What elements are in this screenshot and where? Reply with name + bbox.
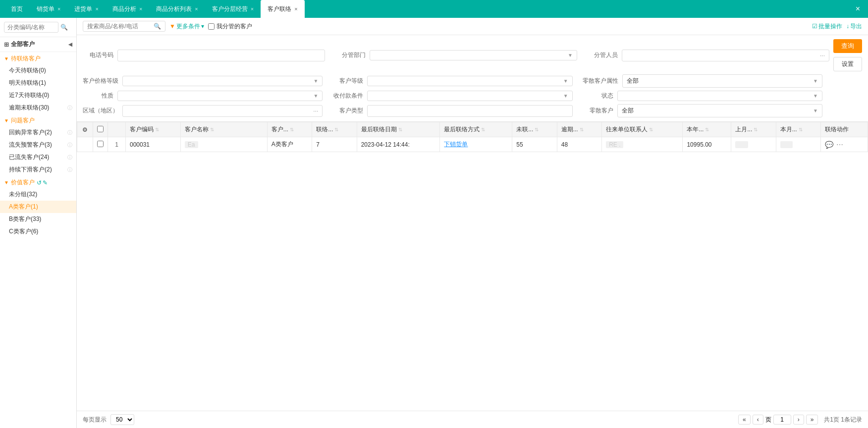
last-method-link[interactable]: 下销货单: [444, 141, 468, 148]
info-icon-churn-warn: ⓘ: [67, 142, 72, 149]
query-btn[interactable]: 查询: [833, 39, 862, 53]
select-nature[interactable]: ▼: [117, 91, 323, 101]
filter-row-1: 电话号码 分管部门 ▼ 分管人员 ··· 查询 设置: [83, 39, 862, 71]
select-scatter-attr[interactable]: 全部▼: [622, 74, 822, 88]
sidebar-search-input[interactable]: [4, 22, 58, 33]
sort-last-method[interactable]: ⇅: [481, 127, 485, 132]
nav-goods-analysis[interactable]: 商品分析 ×: [106, 0, 149, 18]
close-goods-list[interactable]: ×: [195, 6, 198, 12]
select-dept[interactable]: ▼: [370, 50, 577, 60]
sort-code[interactable]: ⇅: [155, 127, 159, 132]
sidebar-group-value[interactable]: ▼ 价值客户 ↺ ✎: [0, 176, 76, 188]
sidebar-all-customers[interactable]: ⊞ 全部客户 ◀: [0, 37, 76, 52]
setting-btn[interactable]: 设置: [833, 57, 862, 71]
close-purchase[interactable]: ×: [95, 6, 98, 12]
my-customers-checkbox[interactable]: [208, 23, 215, 30]
sort-name[interactable]: ⇅: [210, 127, 214, 132]
sidebar-item-a-class[interactable]: A类客户(1): [0, 201, 76, 213]
select-payment[interactable]: ▼: [367, 91, 572, 101]
row-checkbox[interactable]: [97, 141, 104, 147]
this-month-blurred: [780, 141, 793, 148]
nav-purchase[interactable]: 进货单 ×: [67, 0, 105, 18]
refresh-value-icon[interactable]: ↺: [37, 179, 42, 186]
last-page-btn[interactable]: »: [806, 415, 818, 425]
close-customer-contact[interactable]: ×: [294, 6, 297, 12]
th-type[interactable]: 客户...⇅: [267, 122, 312, 137]
page-size-select[interactable]: 50: [110, 414, 134, 425]
more-arrow: ▾: [201, 23, 204, 30]
th-code[interactable]: 客户编码⇅: [126, 122, 181, 137]
filter-more-btn[interactable]: ▼ 更多条件 ▾: [169, 22, 204, 31]
sidebar-group-problem[interactable]: ▼ 问题客户: [0, 114, 76, 126]
prev-page-btn[interactable]: ‹: [753, 415, 763, 425]
next-page-btn[interactable]: ›: [793, 415, 804, 425]
th-contact[interactable]: 联络...⇅: [312, 122, 357, 137]
sidebar-search-icon[interactable]: 🔍: [60, 24, 68, 31]
contact-icon[interactable]: 💬: [825, 141, 833, 149]
sort-this-month[interactable]: ⇅: [799, 127, 803, 132]
th-name[interactable]: 客户名称⇅: [180, 122, 267, 137]
nav-customer-contact[interactable]: 客户联络 ×: [261, 0, 304, 18]
filter-search-input[interactable]: [87, 23, 152, 30]
sort-contact[interactable]: ⇅: [334, 127, 338, 132]
field-phone: 电话号码: [83, 50, 325, 61]
nav-customer-tier[interactable]: 客户分层经营 ×: [205, 0, 261, 18]
first-page-btn[interactable]: «: [738, 415, 751, 425]
sidebar-item-today[interactable]: 今天待联络(0): [0, 64, 76, 77]
sort-last-date[interactable]: ⇅: [398, 127, 402, 132]
select-region[interactable]: ···: [122, 105, 323, 117]
th-last-date[interactable]: 最后联络日期⇅: [357, 122, 440, 137]
select-price-level[interactable]: ▼: [122, 76, 323, 86]
select-customer-level[interactable]: ▼: [367, 76, 572, 86]
nav-sales[interactable]: 销货单 ×: [30, 0, 67, 18]
sort-type[interactable]: ⇅: [290, 127, 294, 132]
select-manager[interactable]: ···: [622, 50, 829, 61]
sidebar-item-ungrouped[interactable]: 未分组(32): [0, 188, 76, 201]
th-gear[interactable]: ⚙: [77, 122, 93, 137]
sidebar-item-churn-warn[interactable]: 流失预警客户(3) ⓘ: [0, 139, 76, 151]
select-all-checkbox[interactable]: [97, 126, 104, 132]
sidebar-group-pending[interactable]: ▼ 待联络客户: [0, 52, 76, 64]
select-status[interactable]: ▼: [617, 91, 822, 101]
page-input[interactable]: [773, 415, 791, 425]
th-this-year[interactable]: 本年...⇅: [683, 122, 731, 137]
sidebar-item-repurchase[interactable]: 回购异常客户(2) ⓘ: [0, 126, 76, 139]
sort-overdue[interactable]: ⇅: [580, 127, 584, 132]
unit-contact-blurred: RE .: [606, 141, 623, 148]
input-phone[interactable]: [117, 50, 325, 61]
sort-no-contact[interactable]: ⇅: [535, 127, 539, 132]
th-last-method[interactable]: 最后联络方式⇅: [440, 122, 512, 137]
sort-unit-contact[interactable]: ⇅: [649, 127, 653, 132]
close-goods-analysis[interactable]: ×: [139, 6, 142, 12]
select-scatter[interactable]: 全部▼: [617, 104, 822, 117]
export-btn[interactable]: ↓ 导出: [846, 22, 862, 31]
field-manager: 分管人员 ···: [587, 50, 829, 61]
sidebar-item-declining[interactable]: 持续下滑客户(2) ⓘ: [0, 163, 76, 176]
sort-last-month[interactable]: ⇅: [754, 127, 758, 132]
sidebar-item-b-class[interactable]: B类客户(33): [0, 213, 76, 225]
sidebar-item-c-class[interactable]: C类客户(6): [0, 225, 76, 238]
th-unit-contact[interactable]: 往来单位联系人⇅: [602, 122, 683, 137]
th-last-month[interactable]: 上月...⇅: [731, 122, 776, 137]
table-row: 1 000031 Ea A类客户 7 2023-04-12 14:44: 下销货…: [77, 137, 868, 152]
close-sales[interactable]: ×: [57, 6, 60, 12]
sidebar-item-7days[interactable]: 近7天待联络(0): [0, 89, 76, 102]
sidebar-item-overdue[interactable]: 逾期未联络(30) ⓘ: [0, 102, 76, 114]
th-no-contact[interactable]: 未联...⇅: [512, 122, 557, 137]
th-overdue[interactable]: 逾期...⇅: [557, 122, 601, 137]
close-all-tabs[interactable]: ×: [852, 4, 864, 13]
nav-home[interactable]: 首页: [4, 0, 30, 18]
edit-value-icon[interactable]: ✎: [43, 179, 48, 186]
input-cust-type[interactable]: [367, 105, 572, 117]
sidebar-item-tomorrow[interactable]: 明天待联络(1): [0, 77, 76, 89]
th-this-month[interactable]: 本月...⇅: [776, 122, 820, 137]
more-action-icon[interactable]: ⋯: [836, 141, 843, 149]
nav-goods-list[interactable]: 商品分析列表 ×: [149, 0, 205, 18]
action-btns: 查询 设置: [829, 39, 862, 71]
close-customer-tier[interactable]: ×: [251, 6, 254, 12]
collapse-icon[interactable]: ◀: [68, 42, 72, 47]
filter-search-icon[interactable]: 🔍: [154, 23, 161, 30]
sort-this-year[interactable]: ⇅: [705, 127, 709, 132]
sidebar-item-churned[interactable]: 已流失客户(24) ⓘ: [0, 151, 76, 163]
batch-op-btn[interactable]: ☑ 批量操作: [812, 22, 842, 31]
